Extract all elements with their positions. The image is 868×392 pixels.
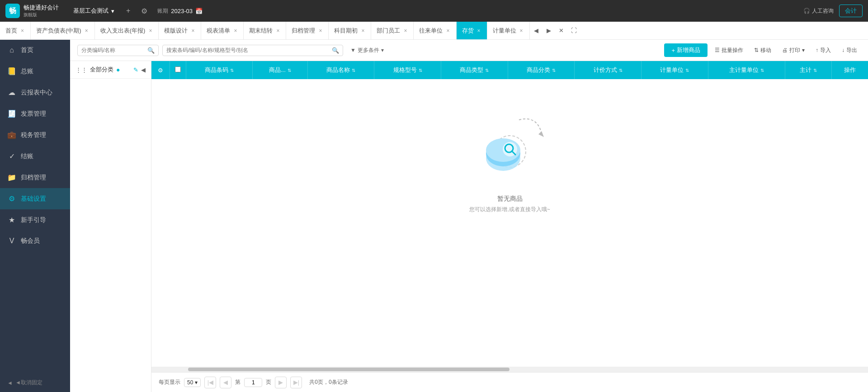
sidebar-item-basic[interactable]: ⚙ 基础设置	[0, 188, 70, 209]
sidebar-item-invoice[interactable]: 🧾 发票管理	[0, 103, 70, 124]
col-spec[interactable]: 规格型号 ⇅	[374, 61, 441, 79]
category-search-box[interactable]: 🔍	[77, 45, 159, 56]
tab-balance-label: 资产负债表(中期)	[36, 27, 81, 35]
ai-consult-label: 人工咨询	[812, 7, 834, 15]
settings-button[interactable]: ⚙	[138, 5, 150, 17]
sidebar-item-ledger[interactable]: 📒 总账	[0, 61, 70, 82]
tab-dept[interactable]: 部门员工 ×	[371, 22, 414, 40]
print-label: 打印	[789, 47, 800, 54]
account-button[interactable]: 会计	[839, 5, 863, 17]
tab-archive-close[interactable]: ×	[318, 28, 323, 34]
col-price-method[interactable]: 计价方式 ⇅	[575, 61, 642, 79]
period-label: 账期	[157, 7, 168, 15]
export-label: 导出	[846, 47, 857, 54]
next-page-button[interactable]: ▶	[275, 377, 287, 388]
calendar-icon[interactable]: 📅	[195, 8, 203, 14]
col-code[interactable]: 商品... ⇅	[253, 61, 307, 79]
tab-partner-close[interactable]: ×	[445, 28, 450, 34]
export-button[interactable]: ↓ 导出	[838, 45, 861, 56]
sidebar-item-reports[interactable]: ☁ 云报表中心	[0, 82, 70, 103]
tab-subject[interactable]: 科目期初 ×	[329, 22, 371, 40]
edit-category-icon[interactable]: ✎	[133, 66, 138, 73]
tab-next-button[interactable]: ▶	[542, 22, 555, 40]
tab-inventory[interactable]: 存货 ×	[457, 22, 487, 40]
collapse-panel-icon[interactable]: ◀	[141, 66, 146, 73]
tab-balance[interactable]: 资产负债表(中期) ×	[31, 22, 95, 40]
top-header: 畅 畅捷通好会计 旗舰版 基层工会测试 ▾ + ⚙ 账期 2023-03 📅 🎧…	[0, 0, 868, 22]
tab-partner-label: 往来单位	[419, 27, 443, 35]
col-setting[interactable]: ⚙	[151, 61, 170, 79]
col-action: 操作	[831, 61, 868, 79]
tab-taxclear-close[interactable]: ×	[233, 28, 238, 34]
settle-icon: ✓	[7, 152, 16, 161]
tab-unit-close[interactable]: ×	[519, 28, 524, 34]
tab-income[interactable]: 收入支出表(年报) ×	[95, 22, 159, 40]
tab-prev-button[interactable]: ◀	[530, 22, 542, 40]
col-category[interactable]: 商品分类 ⇅	[508, 61, 575, 79]
tab-home[interactable]: 首页 ×	[0, 22, 31, 40]
col-type[interactable]: 商品类型 ⇅	[441, 61, 508, 79]
tab-inventory-close[interactable]: ×	[476, 28, 481, 34]
pagination-bar: 每页显示 50 ▾ |◀ ◀ 第 页 ▶ ▶| 共0页，0条记录	[151, 372, 868, 392]
col-col3[interactable]: 主计 ⇅	[785, 61, 832, 79]
horizontal-scrollbar[interactable]	[151, 367, 868, 372]
col-barcode[interactable]: 商品条码 ⇅	[186, 61, 253, 79]
sidebar-item-settle[interactable]: ✓ 结账	[0, 146, 70, 167]
move-button[interactable]: ⇅ 移动	[750, 45, 775, 56]
company-selector[interactable]: 基层工会测试 ▾	[70, 5, 118, 17]
tab-dept-close[interactable]: ×	[403, 28, 408, 34]
main-search-input[interactable]	[166, 47, 329, 53]
tab-period[interactable]: 期末结转 ×	[244, 22, 286, 40]
tab-partner[interactable]: 往来单位 ×	[414, 22, 456, 40]
ai-consult-button[interactable]: 🎧 人工咨询	[803, 7, 834, 15]
export-icon: ↓	[842, 47, 844, 53]
tab-taxclear[interactable]: 税表清单 ×	[201, 22, 244, 40]
main-search-icon[interactable]: 🔍	[332, 47, 339, 54]
period-info: 账期 2023-03 📅	[157, 7, 203, 15]
col-main-unit[interactable]: 主计量单位 ⇅	[708, 61, 785, 79]
tab-archive[interactable]: 归档管理 ×	[286, 22, 329, 40]
add-tab-button[interactable]: +	[123, 5, 133, 17]
sidebar-item-vip[interactable]: V 畅会员	[0, 231, 70, 251]
tab-expand-button[interactable]: ⛶	[568, 22, 580, 40]
tab-template-close[interactable]: ×	[190, 28, 195, 34]
page-size-select[interactable]: 50 ▾	[184, 378, 201, 387]
tab-home-close[interactable]: ×	[20, 28, 25, 34]
col-check[interactable]	[170, 61, 186, 79]
add-product-button[interactable]: + 新增商品	[664, 43, 708, 57]
col-unit[interactable]: 计量单位 ⇅	[642, 61, 708, 79]
batch-label: 批量操作	[722, 47, 743, 54]
tab-unit[interactable]: 计量单位 ×	[487, 22, 530, 40]
sidebar-item-archive[interactable]: 📁 归档管理	[0, 167, 70, 188]
tab-close-all-button[interactable]: ✕	[555, 22, 568, 40]
sidebar-item-guide[interactable]: ★ 新手引导	[0, 209, 70, 231]
main-search-box[interactable]: 🔍	[162, 45, 343, 56]
prev-page-button[interactable]: ◀	[220, 377, 231, 388]
sidebar-guide-label: 新手引导	[21, 216, 46, 224]
scrollbar-thumb[interactable]	[188, 368, 509, 371]
sidebar-unpin-button[interactable]: ◄ ◄取消固定	[0, 373, 70, 392]
last-page-button[interactable]: ▶|	[290, 377, 302, 388]
sidebar-item-home[interactable]: ⌂ 首页	[0, 40, 70, 61]
page-size-chevron: ▾	[195, 379, 198, 386]
col-name[interactable]: 商品名称 ⇅	[307, 61, 374, 79]
dropdown-icon: ▾	[111, 8, 114, 14]
sort-unit-icon: ⇅	[685, 68, 689, 73]
category-search-icon[interactable]: 🔍	[147, 47, 155, 54]
page-number-input[interactable]	[244, 378, 262, 387]
first-page-button[interactable]: |◀	[204, 377, 216, 388]
select-all-checkbox[interactable]	[175, 66, 181, 72]
sidebar-item-tax[interactable]: 💼 税务管理	[0, 124, 70, 146]
tab-balance-close[interactable]: ×	[84, 28, 89, 34]
tab-unit-label: 计量单位	[493, 27, 516, 35]
batch-button[interactable]: ☰ 批量操作	[711, 45, 747, 56]
ledger-icon: 📒	[7, 67, 16, 76]
tab-template[interactable]: 模版设计 ×	[159, 22, 201, 40]
tab-income-close[interactable]: ×	[148, 28, 153, 34]
tab-subject-close[interactable]: ×	[360, 28, 365, 34]
filter-button[interactable]: ▼ 更多条件 ▾	[347, 45, 387, 56]
tab-period-close[interactable]: ×	[275, 28, 280, 34]
import-button[interactable]: ↑ 导入	[812, 45, 835, 56]
category-search-input[interactable]	[81, 47, 145, 53]
print-button[interactable]: 🖨 打印 ▾	[778, 45, 808, 56]
